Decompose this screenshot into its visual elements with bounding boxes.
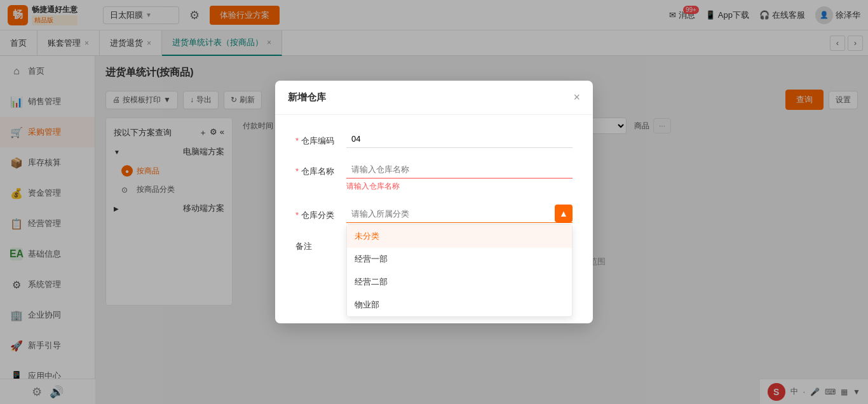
code-input[interactable] bbox=[346, 130, 573, 148]
category-combo: ▲ bbox=[346, 205, 573, 223]
form-row-name: 仓库名称 请输入仓库名称 bbox=[295, 161, 573, 192]
dialog-title: 新增仓库 bbox=[288, 91, 326, 104]
dialog-overlay[interactable]: 新增仓库 × 仓库编码 仓库名称 请输入仓库名称 仓库分类 bbox=[0, 0, 868, 404]
name-field: 请输入仓库名称 bbox=[346, 161, 573, 192]
name-error-msg: 请输入仓库名称 bbox=[346, 181, 573, 192]
code-field bbox=[346, 130, 573, 148]
dropdown-option-property[interactable]: 物业部 bbox=[347, 293, 572, 316]
category-dropdown-toggle[interactable]: ▲ bbox=[555, 205, 573, 222]
category-input[interactable] bbox=[346, 205, 555, 222]
category-label: 仓库分类 bbox=[295, 205, 346, 221]
name-input[interactable] bbox=[346, 161, 573, 178]
dropdown-option-dept1[interactable]: 经营一部 bbox=[347, 248, 572, 271]
add-warehouse-dialog: 新增仓库 × 仓库编码 仓库名称 请输入仓库名称 仓库分类 bbox=[275, 81, 593, 323]
dialog-header: 新增仓库 × bbox=[275, 81, 593, 115]
dialog-body: 仓库编码 仓库名称 请输入仓库名称 仓库分类 ▲ bbox=[275, 115, 593, 281]
dialog-close-button[interactable]: × bbox=[573, 91, 580, 104]
form-row-code: 仓库编码 bbox=[295, 130, 573, 148]
form-row-category: 仓库分类 ▲ 未分类 经营一部 经营二部 物业部 bbox=[295, 205, 573, 223]
name-label: 仓库名称 bbox=[295, 161, 346, 177]
category-field: ▲ bbox=[346, 205, 573, 223]
notes-label: 备注 bbox=[295, 236, 346, 252]
dropdown-option-unclassified[interactable]: 未分类 bbox=[347, 225, 572, 248]
category-dropdown: 未分类 经营一部 经营二部 物业部 bbox=[346, 224, 573, 317]
dropdown-option-dept2[interactable]: 经营二部 bbox=[347, 271, 572, 293]
code-label: 仓库编码 bbox=[295, 130, 346, 147]
